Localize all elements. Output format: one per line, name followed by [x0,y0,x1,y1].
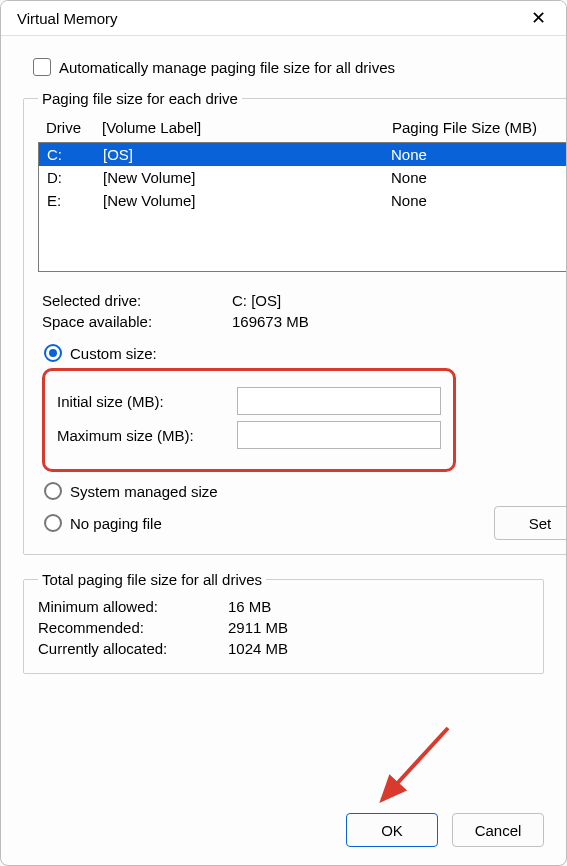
totals-group: Total paging file size for all drives Mi… [23,571,544,674]
minimum-allowed-label: Minimum allowed: [38,598,228,615]
cancel-button[interactable]: Cancel [452,813,544,847]
auto-manage-label: Automatically manage paging file size fo… [59,59,395,76]
header-paging-size: Paging File Size (MB) [392,119,567,136]
drive-paging-size: None [391,146,567,163]
no-paging-row: No paging file Set [44,506,567,540]
maximum-size-row: Maximum size (MB): [57,421,441,449]
drive-paging-size: None [391,192,567,209]
no-paging-radio[interactable] [44,514,62,532]
drive-row[interactable]: D: [New Volume] None [39,166,567,189]
maximum-size-input[interactable] [237,421,441,449]
drive-list-headers: Drive [Volume Label] Paging File Size (M… [38,115,567,142]
header-drive: Drive [46,119,102,136]
maximum-size-label: Maximum size (MB): [57,427,227,444]
currently-allocated-value: 1024 MB [228,640,529,657]
no-paging-label: No paging file [70,515,162,532]
custom-size-radio-row[interactable]: Custom size: [44,344,567,362]
custom-size-radio[interactable] [44,344,62,362]
drive-volume-label: [New Volume] [103,169,391,186]
recommended-label: Recommended: [38,619,228,636]
initial-size-label: Initial size (MB): [57,393,227,410]
recommended-value: 2911 MB [228,619,529,636]
drive-row[interactable]: E: [New Volume] None [39,189,567,212]
space-available-value: 169673 MB [232,313,567,330]
totals-legend: Total paging file size for all drives [38,571,266,588]
drive-letter: D: [47,169,103,186]
titlebar: Virtual Memory ✕ [1,1,566,36]
dialog-footer: OK Cancel [1,807,566,865]
no-paging-radio-row[interactable]: No paging file [44,514,162,532]
drive-letter: E: [47,192,103,209]
header-volume-label: [Volume Label] [102,119,392,136]
initial-size-row: Initial size (MB): [57,387,441,415]
custom-size-label: Custom size: [70,345,157,362]
virtual-memory-dialog: Virtual Memory ✕ Automatically manage pa… [0,0,567,866]
drive-letter: C: [47,146,103,163]
selected-drive-value: C: [OS] [232,292,567,309]
drive-volume-label: [OS] [103,146,391,163]
window-title: Virtual Memory [17,10,118,27]
drive-list[interactable]: C: [OS] None D: [New Volume] None E: [Ne… [38,142,567,272]
drive-row[interactable]: C: [OS] None [39,143,567,166]
selected-drive-label: Selected drive: [42,292,232,309]
system-managed-radio-row[interactable]: System managed size [44,482,567,500]
ok-button[interactable]: OK [346,813,438,847]
paging-per-drive-group: Paging file size for each drive Drive [V… [23,90,567,555]
auto-manage-checkbox[interactable] [33,58,51,76]
initial-size-input[interactable] [237,387,441,415]
paging-per-drive-legend: Paging file size for each drive [38,90,242,107]
highlight-annotation: Initial size (MB): Maximum size (MB): [42,368,456,472]
set-button[interactable]: Set [494,506,567,540]
currently-allocated-label: Currently allocated: [38,640,228,657]
system-managed-radio[interactable] [44,482,62,500]
drive-paging-size: None [391,169,567,186]
content-area: Automatically manage paging file size fo… [1,36,566,807]
drive-volume-label: [New Volume] [103,192,391,209]
close-icon[interactable]: ✕ [523,7,554,29]
auto-manage-row[interactable]: Automatically manage paging file size fo… [33,58,544,76]
system-managed-label: System managed size [70,483,218,500]
space-available-label: Space available: [42,313,232,330]
minimum-allowed-value: 16 MB [228,598,529,615]
selected-drive-info: Selected drive: C: [OS] Space available:… [42,290,567,332]
